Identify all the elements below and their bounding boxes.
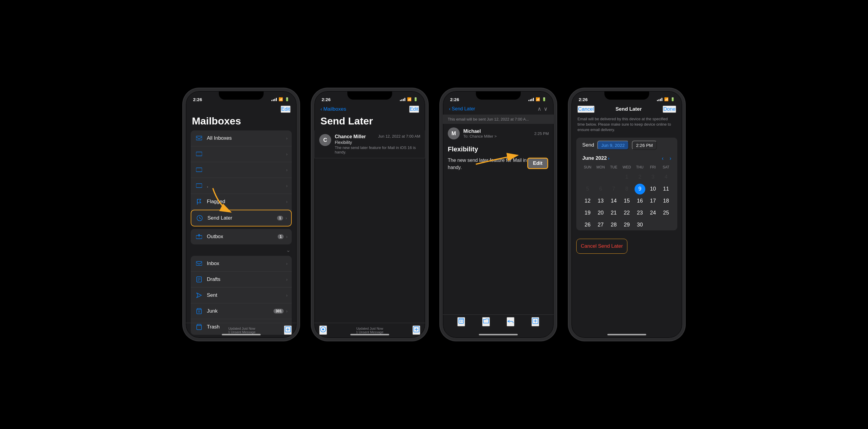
mailbox-junk[interactable]: Junk 301 › [191,303,292,319]
svg-marker-13 [197,293,202,298]
detail-to[interactable]: To: Chance Miller > [463,134,534,139]
mailbox-section-main: All Inboxes › › › . [191,131,292,226]
mailbox-flagged[interactable]: Flagged › [191,194,292,210]
cal-day-7[interactable]: 7 [608,184,619,195]
mailbox-sent[interactable]: Sent › [191,287,292,303]
signal-icon-4 [657,97,662,101]
calendar-month: June 2022 › [582,155,610,161]
cal-day-13[interactable]: 13 [595,196,606,206]
cal-day-29[interactable]: 29 [621,220,632,230]
back-label-2: Mailboxes [323,106,346,112]
detail-time: 2:25 PM [534,131,549,136]
cal-day-28[interactable]: 28 [608,220,619,230]
done-button-4[interactable]: Done [663,106,676,113]
mailbox-row-4[interactable]: . › [191,178,292,194]
month-chevron: › [608,156,610,161]
detail-subject: Flexibility [443,145,554,157]
next-month-button[interactable]: › [670,155,671,162]
email-list-item-1[interactable]: C Chance Miller Jun 12, 2022 at 7:00 AM … [314,131,425,158]
prev-month-button[interactable]: ‹ [662,155,663,162]
cal-day-19[interactable]: 19 [582,208,593,219]
compose-button-2[interactable] [412,325,420,335]
cal-day-17[interactable]: 17 [647,196,658,206]
cal-day-22[interactable]: 22 [621,208,632,219]
cal-day-15[interactable]: 15 [621,196,632,206]
back-nav-2[interactable]: ‹ Mailboxes [320,106,346,112]
phone-4: 2:26 📶 🔋 Cancel Send Later Done Email wi… [568,88,685,341]
sent-label: Sent [207,292,286,298]
trash-button-3[interactable] [457,317,465,326]
cal-day-27[interactable]: 27 [595,220,606,230]
cal-day-24[interactable]: 24 [647,208,658,219]
cal-day-26[interactable]: 26 [582,220,593,230]
reply-button-3[interactable] [507,317,515,326]
inbox-label: Inbox [207,261,286,266]
mailbox-inbox[interactable]: Inbox › [191,256,292,271]
mailbox-row-2[interactable]: › [191,146,292,162]
time-1: 2:26 [193,97,202,102]
time-picker[interactable]: 2:26 PM [632,141,657,150]
flagged-icon [195,197,203,206]
back-nav-3[interactable]: ‹ Send Later [449,106,475,112]
wifi-icon-1: 📶 [279,97,283,102]
cal-day-4[interactable]: 4 [660,172,671,182]
p2-nav: ‹ Mailboxes Edit [314,105,425,115]
battery-icon-2: 🔋 [413,97,418,102]
cal-day-3[interactable]: 3 [647,172,658,182]
cal-day-23[interactable]: 23 [634,208,645,219]
cal-week-2: 5 6 7 8 9 10 11 [581,184,673,195]
status-icons-3: 📶 🔋 [528,97,547,102]
send-later-icon [195,214,204,222]
cal-day-30[interactable]: 30 [634,220,645,230]
cal-day-1[interactable]: 1 [621,172,632,182]
status-icons-2: 📶 🔋 [400,97,418,102]
cancel-button-4[interactable]: Cancel [578,106,594,113]
edit-button-2[interactable]: Edit [409,106,419,113]
date-picker[interactable]: Jun 9, 2022 [597,141,629,150]
cancel-send-later-button[interactable]: Cancel Send Later [576,239,627,254]
folder-button-3[interactable] [482,317,490,326]
cal-day-20[interactable]: 20 [595,208,606,219]
p1-nav: Edit [186,105,297,115]
outbox-icon [195,232,203,241]
mailbox-row-3[interactable]: › [191,162,292,178]
mailbox-all-inboxes[interactable]: All Inboxes › [191,131,292,146]
mailbox-send-later[interactable]: Send Later 1 › [191,210,291,226]
svg-point-23 [322,328,324,330]
cal-day-14[interactable]: 14 [608,196,619,206]
cal-day-9-selected[interactable]: 9 [634,184,645,195]
cal-day-11[interactable]: 11 [660,184,671,195]
mailbox-drafts[interactable]: Drafts › [191,271,292,287]
battery-icon-3: 🔋 [542,97,547,102]
compose-button-1[interactable] [284,325,292,335]
collapse-icon[interactable]: ⌄ [286,247,290,253]
cal-day-2[interactable]: 2 [634,172,645,182]
cal-day-empty: - [608,172,619,182]
footer-text-2: Updated Just Now 1 Unsent Message [327,327,412,334]
mailbox-outbox[interactable]: Outbox 1 › [191,229,292,245]
cal-day-6[interactable]: 6 [595,184,606,195]
email-sender-1: Chance Miller [335,134,366,139]
svg-rect-2 [196,168,202,172]
cal-day-10[interactable]: 10 [647,184,658,195]
p4-nav: Cancel Send Later Done [571,105,682,115]
cal-day-25[interactable]: 25 [660,208,671,219]
calendar-header: June 2022 › ‹ › [576,153,677,164]
compose-button-3[interactable] [531,317,539,326]
cal-day-12[interactable]: 12 [582,196,593,206]
nav-up-icon[interactable]: ∧ [537,106,541,112]
cal-day-21[interactable]: 21 [608,208,619,219]
cal-day-empty2: - [647,220,658,230]
cal-day-18[interactable]: 18 [660,196,671,206]
cal-day-8[interactable]: 8 [621,184,632,195]
cal-day-5[interactable]: 5 [582,184,593,195]
edit-badge[interactable]: Edit [527,158,548,169]
edit-button-1[interactable]: Edit [281,106,290,113]
send-later-badge: 1 [277,216,283,221]
filter-button-2[interactable] [319,325,327,335]
outbox-label: Outbox [207,234,278,240]
cal-day-16[interactable]: 16 [634,196,645,206]
nav-down-icon[interactable]: ∨ [544,106,548,112]
footer-line2-2: 1 Unsent Message [327,330,412,334]
status-icons-1: 📶 🔋 [271,97,289,102]
